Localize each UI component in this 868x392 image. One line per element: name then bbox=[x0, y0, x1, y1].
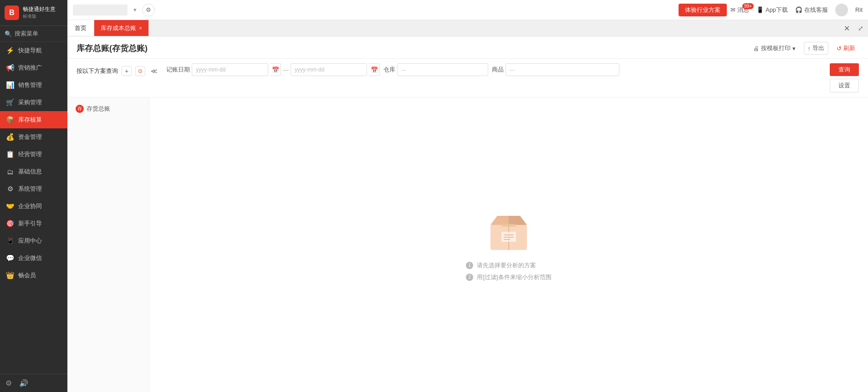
headset-icon: 🎧 bbox=[795, 6, 802, 13]
sidebar-item-funds[interactable]: 💰 资金管理 bbox=[0, 128, 67, 146]
date-end-input[interactable] bbox=[291, 63, 367, 76]
messages-button[interactable]: ✉ 消息 99+ bbox=[730, 6, 749, 14]
date-start-input[interactable] bbox=[192, 63, 268, 76]
topbar-nav: ▾ ⚙ bbox=[73, 4, 675, 16]
page-title: 库存总账(存货总账) bbox=[77, 43, 148, 54]
mute-bottom-icon[interactable]: 🔊 bbox=[19, 379, 28, 387]
filter-fields: 记账日期 📅 — 📅 仓库 ··· 商品 bbox=[159, 63, 825, 76]
warehouse-select-button[interactable]: ··· bbox=[397, 63, 488, 76]
sidebar-item-marketing[interactable]: 📢 营销推广 bbox=[0, 59, 67, 76]
tabbar-expand-icon[interactable]: ⤢ bbox=[858, 25, 863, 32]
product-more-icon: ··· bbox=[510, 66, 515, 73]
warehouse-filter-field: 仓库 ··· bbox=[383, 63, 488, 76]
user-name: Rit bbox=[855, 6, 863, 13]
scheme-item-icon: 存 bbox=[76, 105, 84, 113]
funds-icon: 💰 bbox=[5, 133, 15, 141]
scheme-item-inventory-ledger[interactable]: 存 存货总账 bbox=[72, 102, 144, 116]
sidebar-bottom: ⚙ 🔊 bbox=[0, 374, 67, 392]
scheme-item-label: 存货总账 bbox=[87, 105, 110, 113]
sidebar-item-label: 畅会员 bbox=[18, 271, 36, 280]
date-start-calendar-button[interactable]: 📅 bbox=[270, 63, 281, 76]
product-field-label: 商品 bbox=[492, 66, 504, 74]
sidebar-item-label: 营销推广 bbox=[18, 64, 42, 72]
scheme-sidebar: 存 存货总账 bbox=[67, 97, 149, 392]
filter-settings-button[interactable]: 设置 bbox=[830, 79, 859, 92]
refresh-label: 刷新 bbox=[843, 44, 855, 52]
online-service-button[interactable]: 🎧 在线客服 bbox=[795, 6, 828, 14]
filter-add-button[interactable]: + bbox=[122, 66, 132, 76]
tab-close-button[interactable]: × bbox=[139, 25, 142, 31]
sidebar-item-cooperation[interactable]: 🤝 企业协同 bbox=[0, 198, 67, 215]
basics-icon: 🗂 bbox=[5, 168, 15, 176]
settings-bottom-icon[interactable]: ⚙ bbox=[5, 379, 12, 387]
filter-collapse-button[interactable]: ≪ bbox=[149, 66, 159, 76]
hint-text-1: 请先选择要分析的方案 bbox=[477, 260, 536, 271]
hint-num-1: 1 bbox=[466, 262, 473, 269]
hint-item-1: 1 请先选择要分析的方案 bbox=[466, 260, 551, 271]
sales-icon: 📊 bbox=[5, 81, 15, 89]
sidebar-item-label: 销售管理 bbox=[18, 81, 42, 89]
sidebar-item-quick-nav[interactable]: ⚡ 快捷导航 bbox=[0, 42, 67, 59]
empty-illustration bbox=[481, 207, 536, 252]
phone-icon: 📱 bbox=[756, 6, 764, 13]
sidebar-item-apps[interactable]: 📱 应用中心 bbox=[0, 232, 67, 249]
date-filter-field: 记账日期 📅 — 📅 bbox=[166, 63, 380, 76]
warehouse-field-label: 仓库 bbox=[383, 66, 395, 74]
svg-rect-3 bbox=[501, 232, 516, 242]
sidebar-item-sales[interactable]: 📊 销售管理 bbox=[0, 76, 67, 94]
sidebar-item-label: 采购管理 bbox=[18, 98, 42, 107]
date-field-label: 记账日期 bbox=[166, 66, 190, 74]
tabbar: 首页 库存成本总账 × ✕ ⤢ bbox=[67, 20, 868, 36]
filter-area: 按以下方案查询 + ⊙ ≪ 记账日期 📅 — 📅 仓库 bbox=[67, 59, 868, 97]
sidebar-item-inventory[interactable]: 📦 库存核算 bbox=[0, 111, 67, 128]
tab-inventory-ledger[interactable]: 库存成本总账 × bbox=[94, 20, 149, 36]
export-icon: ↑ bbox=[808, 45, 811, 52]
topbar-settings-button[interactable]: ⚙ bbox=[142, 4, 155, 16]
sidebar-item-wechat[interactable]: 💬 企业微信 bbox=[0, 249, 67, 267]
topbar-right: ✉ 消息 99+ 📱 App下载 🎧 在线客服 Rit bbox=[730, 4, 863, 16]
sidebar-item-purchase[interactable]: 🛒 采购管理 bbox=[0, 94, 67, 111]
sidebar-item-label: 资金管理 bbox=[18, 133, 42, 141]
tabbar-close-icon[interactable]: ✕ bbox=[844, 24, 850, 32]
tab-home[interactable]: 首页 bbox=[67, 20, 94, 36]
empty-hints: 1 请先选择要分析的方案 2 用[过滤]条件来缩小分析范围 bbox=[466, 260, 551, 283]
promo-button[interactable]: 体验行业方案 bbox=[679, 4, 727, 16]
sidebar-item-label: 基础信息 bbox=[18, 168, 42, 176]
filter-label: 按以下方案查询 bbox=[77, 67, 118, 75]
sidebar-item-newbie[interactable]: 🎯 新手引导 bbox=[0, 215, 67, 232]
sidebar-item-system[interactable]: ⚙ 系统管理 bbox=[0, 180, 67, 198]
empty-state: 1 请先选择要分析的方案 2 用[过滤]条件来缩小分析范围 bbox=[466, 207, 551, 283]
product-select-button[interactable]: ··· bbox=[505, 63, 619, 76]
logo-icon: B bbox=[5, 5, 19, 20]
app-download-button[interactable]: 📱 App下载 bbox=[756, 6, 788, 14]
refresh-button[interactable]: ↺ 刷新 bbox=[833, 42, 859, 54]
message-icon: ✉ bbox=[730, 6, 735, 13]
user-avatar[interactable] bbox=[835, 4, 848, 16]
online-service-label: 在线客服 bbox=[804, 6, 828, 14]
date-end-calendar-button[interactable]: 📅 bbox=[369, 63, 380, 76]
sidebar-item-label: 经营管理 bbox=[18, 150, 42, 158]
sidebar-item-member[interactable]: 👑 畅会员 bbox=[0, 267, 67, 284]
export-button[interactable]: ↑ 导出 bbox=[804, 42, 829, 55]
tab-active-label: 库存成本总账 bbox=[101, 24, 136, 32]
query-button[interactable]: 查询 bbox=[830, 63, 859, 76]
product-filter-field: 商品 ··· bbox=[492, 63, 619, 76]
print-icon: 🖨 bbox=[753, 45, 759, 52]
sidebar-item-operation[interactable]: 📋 经营管理 bbox=[0, 146, 67, 163]
marketing-icon: 📢 bbox=[5, 64, 15, 72]
filter-label-row: 按以下方案查询 + ⊙ ≪ bbox=[77, 63, 159, 76]
nav-dropdown-button[interactable]: ▾ bbox=[129, 5, 140, 15]
print-button[interactable]: 🖨 按模板打印 ▾ bbox=[750, 42, 799, 54]
hint-num-2: 2 bbox=[466, 274, 473, 281]
operation-icon: 📋 bbox=[5, 150, 15, 158]
sidebar-item-label: 应用中心 bbox=[18, 237, 42, 245]
wechat-icon: 💬 bbox=[5, 254, 15, 262]
system-icon: ⚙ bbox=[5, 185, 15, 193]
sidebar-item-basics[interactable]: 🗂 基础信息 bbox=[0, 163, 67, 180]
export-label: 导出 bbox=[812, 44, 824, 52]
search-icon: 🔍 bbox=[5, 31, 12, 37]
search-menu-item[interactable]: 🔍 搜索菜单 bbox=[0, 26, 67, 42]
messages-badge: 99+ bbox=[742, 3, 754, 9]
filter-scheme-button[interactable]: ⊙ bbox=[135, 66, 145, 76]
content-main: 1 请先选择要分析的方案 2 用[过滤]条件来缩小分析范围 bbox=[149, 97, 868, 392]
